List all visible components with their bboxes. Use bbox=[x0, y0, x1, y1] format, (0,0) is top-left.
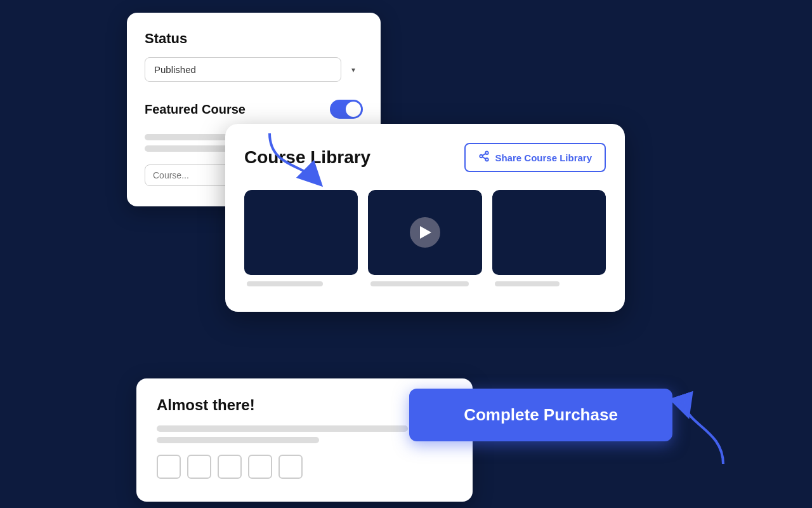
arrow-2 bbox=[672, 394, 736, 473]
share-button-label: Share Course Library bbox=[495, 152, 592, 163]
featured-row: Featured Course bbox=[145, 100, 363, 119]
chevron-down-icon: ▾ bbox=[351, 65, 355, 74]
featured-toggle[interactable] bbox=[330, 100, 363, 119]
arrow-1 bbox=[251, 127, 301, 178]
course-thumbnail bbox=[368, 190, 481, 275]
course-thumbnail bbox=[244, 190, 358, 275]
course-thumbnail bbox=[492, 190, 606, 275]
svg-line-3 bbox=[483, 157, 486, 159]
scene: Status Published Draft Archived ▾ Featur… bbox=[0, 0, 812, 508]
status-card-title: Status bbox=[145, 30, 363, 47]
status-select[interactable]: Published Draft Archived bbox=[145, 57, 341, 82]
share-icon bbox=[478, 150, 490, 164]
course-cards-grid bbox=[244, 190, 606, 293]
svg-line-4 bbox=[483, 154, 486, 156]
share-course-library-button[interactable]: Share Course Library bbox=[464, 143, 606, 172]
play-icon bbox=[420, 226, 431, 239]
checkbox[interactable] bbox=[218, 455, 242, 479]
checkbox-row bbox=[157, 455, 452, 479]
checkbox[interactable] bbox=[278, 455, 303, 479]
status-select-wrapper[interactable]: Published Draft Archived ▾ bbox=[145, 57, 363, 82]
course-card-meta bbox=[244, 275, 358, 293]
checkout-line bbox=[157, 425, 408, 432]
checkout-line bbox=[157, 437, 319, 443]
meta-line bbox=[370, 281, 468, 286]
checkbox[interactable] bbox=[248, 455, 272, 479]
course-card[interactable] bbox=[244, 190, 358, 293]
course-card-meta bbox=[368, 275, 481, 293]
course-card-meta bbox=[492, 275, 606, 293]
toggle-knob bbox=[346, 102, 361, 117]
course-card[interactable] bbox=[492, 190, 606, 293]
meta-line bbox=[247, 281, 323, 286]
featured-label: Featured Course bbox=[145, 102, 246, 117]
checkout-lines bbox=[157, 425, 452, 443]
play-button[interactable] bbox=[410, 217, 440, 248]
complete-purchase-button[interactable]: Complete Purchase bbox=[409, 389, 672, 441]
course-card[interactable] bbox=[368, 190, 481, 293]
checkout-title: Almost there! bbox=[157, 396, 452, 414]
meta-line bbox=[495, 281, 560, 286]
checkbox[interactable] bbox=[157, 455, 181, 479]
checkbox[interactable] bbox=[187, 455, 211, 479]
